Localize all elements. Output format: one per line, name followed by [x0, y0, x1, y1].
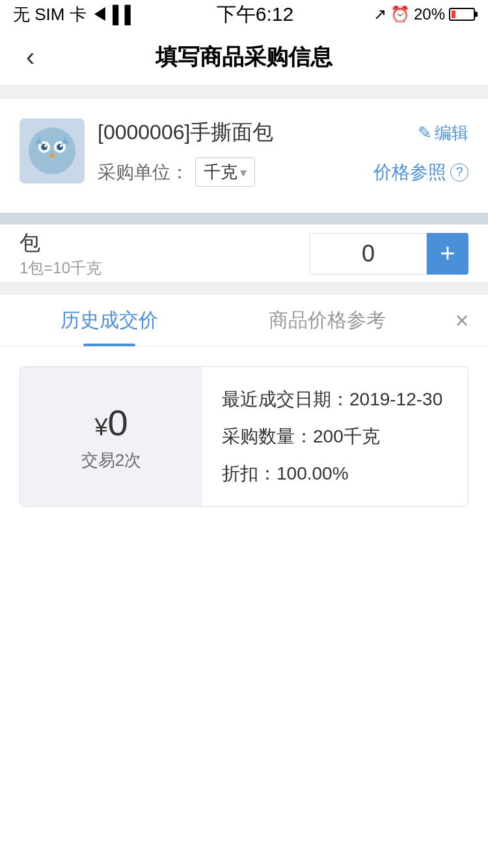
svg-point-0 — [29, 128, 75, 174]
plus-icon: + — [440, 239, 455, 268]
discount-value: 100.00% — [277, 463, 349, 483]
unit-row: 采购单位： 千克 ▾ 价格参照 ? — [98, 157, 468, 187]
price-ref-label: 价格参照 — [373, 160, 446, 185]
quantity-detail-value: 200千克 — [313, 426, 380, 446]
nav-bar: ‹ 填写商品采购信息 — [0, 29, 488, 86]
price-value: 0 — [107, 402, 128, 443]
status-right: ↗ ⏰ 20% — [373, 5, 475, 23]
price-card-left: ¥0 交易2次 — [20, 367, 202, 506]
svg-point-3 — [41, 144, 47, 150]
product-name: [0000006]手撕面包 — [98, 118, 273, 147]
tab-history-price[interactable]: 历史成交价 — [0, 295, 218, 346]
recent-date-row: 最近成交日期：2019-12-30 — [222, 387, 448, 412]
unit-select-dropdown[interactable]: 千克 ▾ — [195, 157, 255, 187]
page-background-fill — [0, 526, 488, 868]
tabs-panel: 历史成交价 商品价格参考 × ¥0 交易2次 最近成交日期：2019-12-30 — [0, 295, 488, 526]
tab-active-underline — [83, 344, 135, 346]
edit-label: 编辑 — [435, 122, 468, 144]
product-section: [0000006]手撕面包 ✎ 编辑 采购单位： 千克 ▾ 价格参照 — [0, 99, 488, 213]
battery-percent: 20% — [414, 5, 445, 23]
discount-label: 折扣： — [222, 463, 277, 483]
svg-point-5 — [44, 144, 47, 147]
gray-divider — [0, 213, 488, 224]
price-card-right: 最近成交日期：2019-12-30 采购数量：200千克 折扣：100.00% — [202, 367, 468, 506]
recent-date-value: 2019-12-30 — [349, 389, 442, 409]
tabs-header: 历史成交价 商品价格参考 × — [0, 295, 488, 347]
product-title-row: [0000006]手撕面包 ✎ 编辑 — [98, 118, 468, 147]
unit-value: 千克 — [204, 161, 237, 183]
quantity-label: 采购数量： — [222, 426, 313, 446]
tab-history-price-label: 历史成交价 — [61, 307, 158, 334]
quantity-unit: 包 — [20, 229, 102, 258]
quantity-plus-button[interactable]: + — [427, 233, 468, 275]
status-time: 下午6:12 — [217, 1, 293, 28]
price-card: ¥0 交易2次 最近成交日期：2019-12-30 采购数量：200千克 折扣：… — [20, 366, 468, 507]
svg-point-4 — [57, 144, 63, 150]
currency-symbol: ¥ — [94, 414, 107, 441]
tabs-close-button[interactable]: × — [436, 307, 488, 334]
purchase-qty-row: 采购数量：200千克 — [222, 424, 448, 449]
dropdown-arrow-icon: ▾ — [240, 165, 247, 180]
quantity-row: 包 1包=10千克 0 + — [0, 224, 488, 283]
product-info: [0000006]手撕面包 ✎ 编辑 采购单位： 千克 ▾ 价格参照 — [98, 118, 468, 187]
battery-icon — [449, 8, 475, 21]
product-logo — [26, 125, 78, 177]
edit-button[interactable]: ✎ 编辑 — [418, 122, 468, 144]
unit-label: 采购单位： — [98, 160, 189, 185]
page-title: 填写商品采购信息 — [156, 42, 332, 72]
price-ref-button[interactable]: 价格参照 ? — [373, 160, 468, 185]
quantity-value: 0 — [362, 240, 375, 267]
svg-point-6 — [60, 144, 62, 147]
edit-icon: ✎ — [418, 123, 432, 143]
quantity-label-group: 包 1包=10千克 — [20, 229, 102, 278]
tab-product-price-ref[interactable]: 商品价格参考 — [218, 295, 436, 346]
back-button[interactable]: ‹ — [20, 36, 41, 78]
status-signal: 无 SIM 卡 ◀ ▌▌ — [13, 3, 137, 26]
trades-count: 交易2次 — [81, 449, 141, 472]
unit-left: 采购单位： 千克 ▾ — [98, 157, 255, 187]
tab-content: ¥0 交易2次 最近成交日期：2019-12-30 采购数量：200千克 折扣：… — [0, 347, 488, 526]
status-bar: 无 SIM 卡 ◀ ▌▌ 下午6:12 ↗ ⏰ 20% — [0, 0, 488, 29]
tab-product-price-ref-label: 商品价格参考 — [269, 307, 386, 334]
quantity-input[interactable]: 0 — [310, 233, 427, 275]
help-icon: ? — [450, 163, 468, 182]
quantity-conversion: 1包=10千克 — [20, 258, 102, 278]
recent-date-label: 最近成交日期： — [222, 389, 349, 409]
product-header: [0000006]手撕面包 ✎ 编辑 采购单位： 千克 ▾ 价格参照 — [20, 118, 468, 187]
location-icon: ↗ — [373, 5, 386, 23]
close-icon: × — [455, 307, 468, 334]
product-thumbnail — [20, 118, 85, 183]
price-display: ¥0 — [94, 401, 128, 444]
alarm-icon: ⏰ — [390, 5, 410, 23]
quantity-control: 0 + — [310, 233, 468, 275]
discount-row: 折扣：100.00% — [222, 461, 448, 486]
